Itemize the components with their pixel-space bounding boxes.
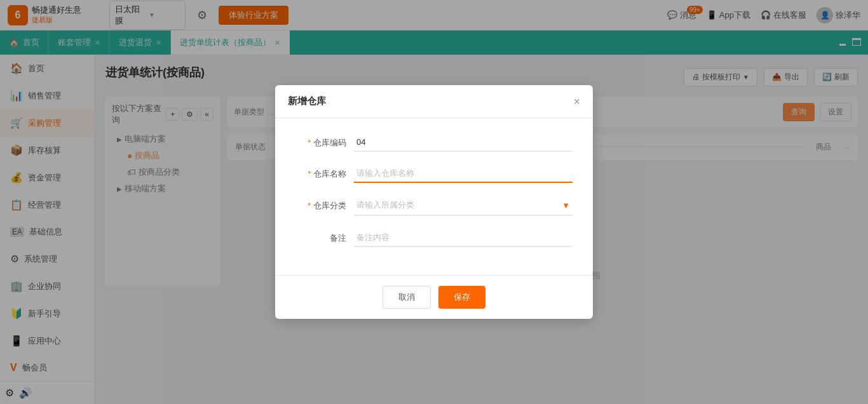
modal-header: 新增仓库 ×	[275, 85, 593, 118]
modal-overlay: 新增仓库 × 仓库编码 仓库名称 仓库分类 请输入所属分类 ▼	[0, 0, 868, 404]
modal-title: 新增仓库	[288, 95, 326, 107]
modal-add-warehouse: 新增仓库 × 仓库编码 仓库名称 仓库分类 请输入所属分类 ▼	[275, 85, 593, 319]
modal-close-button[interactable]: ×	[573, 96, 580, 107]
input-note[interactable]	[354, 229, 573, 247]
category-placeholder: 请输入所属分类	[356, 199, 414, 211]
label-category: 仓库分类	[295, 200, 346, 212]
form-row-note: 备注	[295, 229, 573, 247]
form-row-code: 仓库编码	[295, 133, 573, 152]
modal-body: 仓库编码 仓库名称 仓库分类 请输入所属分类 ▼ 备注	[275, 118, 593, 275]
label-note: 备注	[295, 232, 346, 244]
form-row-name: 仓库名称	[295, 165, 573, 183]
modal-footer: 取消 保存	[275, 275, 593, 319]
cancel-button[interactable]: 取消	[383, 286, 431, 309]
label-name: 仓库名称	[295, 168, 346, 180]
input-warehouse-code[interactable]	[354, 133, 573, 152]
category-chevron-icon: ▼	[562, 201, 570, 210]
select-warehouse-category[interactable]: 请输入所属分类 ▼	[354, 196, 573, 216]
input-warehouse-name[interactable]	[354, 165, 573, 183]
label-code: 仓库编码	[295, 137, 346, 149]
form-row-category: 仓库分类 请输入所属分类 ▼	[295, 196, 573, 216]
save-button[interactable]: 保存	[438, 286, 485, 309]
